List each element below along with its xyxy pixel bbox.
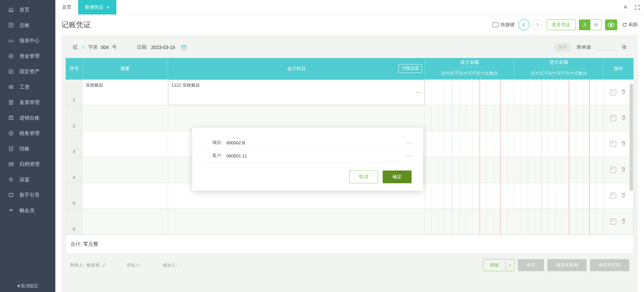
amount-grid[interactable] <box>425 209 514 234</box>
next-voucher-button[interactable] <box>532 19 543 30</box>
save-add-button[interactable]: 保存并新增 <box>547 259 587 271</box>
receipt-count-input[interactable] <box>596 45 616 50</box>
size-small-option[interactable]: 小 <box>590 20 601 30</box>
cell-credit[interactable] <box>514 131 603 157</box>
cell-debit[interactable] <box>425 105 514 131</box>
cell-credit[interactable] <box>514 80 603 105</box>
voucher-type[interactable]: 记 <box>73 44 77 50</box>
window-fullscreen-button[interactable] <box>633 3 642 12</box>
amount-grid[interactable] <box>425 131 514 157</box>
amount-grid[interactable] <box>425 80 514 105</box>
cell-credit[interactable] <box>514 105 603 131</box>
svg-rect-2 <box>9 70 13 73</box>
amount-grid[interactable] <box>514 131 603 157</box>
row-delete-button[interactable] <box>621 167 627 173</box>
cell-debit[interactable] <box>425 209 514 234</box>
row-copy-button[interactable] <box>610 141 616 147</box>
amount-grid[interactable] <box>514 183 603 208</box>
account-more-button[interactable]: ··· <box>417 90 421 95</box>
window-close-button[interactable]: ✕ <box>621 3 630 12</box>
row-copy-button[interactable] <box>610 218 616 225</box>
cell-summary[interactable]: 应收账款 <box>83 80 168 105</box>
row-copy-button[interactable] <box>610 115 616 121</box>
table-scrollbar[interactable] <box>630 84 633 191</box>
tab-close-icon[interactable]: ✕ <box>106 5 110 10</box>
cell-credit[interactable] <box>514 157 603 183</box>
cell-account[interactable]: 1122 应收账款··· <box>168 80 425 105</box>
cell-debit[interactable] <box>425 80 514 105</box>
sidebar-item-chart[interactable]: 报表中心 <box>0 33 55 48</box>
aux-row-more-button[interactable]: ··· <box>407 153 412 158</box>
cell-summary[interactable] <box>83 183 168 208</box>
archive-icon <box>7 160 15 168</box>
cell-account[interactable] <box>168 105 425 131</box>
cell-summary[interactable] <box>83 105 168 131</box>
habit-settings-button[interactable]: 习惯设置 <box>398 64 422 73</box>
aux-row-value[interactable]: 000002 B <box>226 140 407 145</box>
aux-row-value[interactable]: 000001 11 <box>226 153 407 158</box>
digit-header: 十 <box>535 67 539 80</box>
prev-voucher-button[interactable] <box>519 19 529 30</box>
more-vouchers-button[interactable]: 更多凭证 <box>547 19 576 30</box>
cell-credit[interactable] <box>514 209 603 234</box>
amount-grid[interactable] <box>514 209 603 234</box>
row-delete-button[interactable] <box>621 141 627 147</box>
shortcut-button[interactable]: 快捷键 <box>492 22 515 28</box>
sidebar-item-home[interactable]: 首页 <box>0 2 55 17</box>
cell-debit[interactable] <box>425 157 514 183</box>
cell-summary[interactable] <box>83 131 168 157</box>
sidebar-item-vip[interactable]: 畅会员 <box>0 203 55 218</box>
save-print-button[interactable]: 保存并打印 <box>590 259 629 271</box>
sidebar-pin-toggle[interactable]: 取消固定 <box>0 280 55 292</box>
sidebar-item-tax[interactable]: 税务管理 <box>0 126 55 141</box>
sidebar-item-gear[interactable]: 设置 <box>0 172 55 187</box>
aux-row-more-button[interactable]: ··· <box>407 140 412 145</box>
row-delete-button[interactable] <box>621 89 627 95</box>
row-copy-button[interactable] <box>610 167 616 173</box>
cell-debit[interactable] <box>425 131 514 157</box>
sidebar-item-money[interactable]: 资金管理 <box>0 48 55 64</box>
aux-ok-button[interactable]: 确定 <box>383 171 412 183</box>
sidebar-item-guide[interactable]: 新手引导 <box>0 187 55 203</box>
row-delete-button[interactable] <box>621 115 627 121</box>
row-delete-button[interactable] <box>621 193 627 199</box>
refresh-button[interactable]: 刷新 <box>622 22 638 28</box>
sidebar-item-close[interactable]: 结账 <box>0 141 55 156</box>
cell-credit[interactable] <box>514 183 603 208</box>
cell-summary[interactable] <box>83 157 168 183</box>
amount-grid[interactable] <box>514 105 603 131</box>
sidebar-item-stock[interactable]: 进销台账 <box>0 110 55 126</box>
template-button[interactable]: 模板 ▾ <box>483 259 515 271</box>
sidebar-item-salary[interactable]: 工资 <box>0 79 55 95</box>
voucher-number[interactable]: 004 <box>101 45 109 50</box>
row-delete-button[interactable] <box>621 218 627 225</box>
attachment-button[interactable]: 附件 <box>554 43 572 52</box>
sidebar-item-archive[interactable]: 归档管理 <box>0 156 55 172</box>
chevron-down-icon[interactable]: ▽ <box>82 45 85 50</box>
cell-debit[interactable] <box>425 183 514 208</box>
cell-summary[interactable] <box>83 209 168 234</box>
tab-首页[interactable]: 首页 <box>55 0 78 14</box>
col-ops: 操作 <box>603 58 634 80</box>
row-copy-button[interactable] <box>610 193 616 199</box>
amount-grid[interactable] <box>514 157 603 183</box>
calendar-icon[interactable] <box>181 45 186 50</box>
svg-rect-9 <box>9 163 13 166</box>
digit-header: 分 <box>583 67 587 80</box>
tab-新增凭证[interactable]: 新增凭证✕ <box>78 0 116 14</box>
size-large-option[interactable]: 大 <box>579 20 590 30</box>
sidebar-item-ledger[interactable]: 总账 <box>0 17 55 33</box>
sidebar-item-asset[interactable]: 固定资产 <box>0 64 55 79</box>
save-button[interactable]: 保存 <box>518 259 544 271</box>
aux-cancel-button[interactable]: 取消 <box>349 171 378 183</box>
edit-icon[interactable] <box>102 263 106 267</box>
amount-grid[interactable] <box>425 183 514 208</box>
cell-account[interactable] <box>168 209 425 234</box>
amount-grid[interactable] <box>514 80 603 105</box>
voucher-date-value[interactable]: 2023-03-19 <box>151 45 175 50</box>
preview-button[interactable] <box>605 19 617 30</box>
amount-grid[interactable] <box>425 157 514 183</box>
row-copy-button[interactable] <box>610 89 616 95</box>
amount-grid[interactable] <box>425 105 514 131</box>
sidebar-item-invoice[interactable]: 发票管理 <box>0 95 55 110</box>
